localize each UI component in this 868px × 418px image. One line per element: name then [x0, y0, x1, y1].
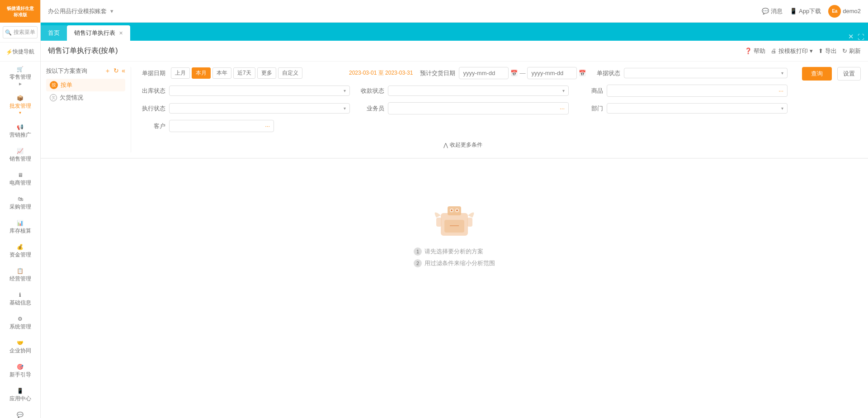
- filter-row-1: 单据日期 上月 本月 本年 近7天 更多 自定义 2023-03-0: [138, 67, 788, 79]
- tab-close-icon[interactable]: ✕: [119, 30, 123, 36]
- filter-right-area: 单据日期 上月 本月 本年 近7天 更多 自定义 2023-03-0: [131, 67, 795, 152]
- tab-sales-exec[interactable]: 销售订单执行表 ✕: [67, 25, 130, 41]
- sidebar-item-operations[interactable]: 📋 经营管理: [0, 263, 40, 287]
- date-btn-last-month[interactable]: 上月: [171, 67, 190, 79]
- exec-select[interactable]: ▾: [169, 103, 350, 114]
- purchase-mgmt-icon: 🛍: [18, 196, 23, 202]
- operations-label: 经营管理: [9, 275, 31, 283]
- print-label: 按模板打印: [778, 47, 808, 55]
- filter-action-btns: 查询 设置: [795, 67, 868, 152]
- topbar-path-label: 办公用品行业模拟账套: [48, 7, 107, 15]
- status-select[interactable]: ▾: [624, 68, 788, 78]
- delivery-select[interactable]: ▾: [169, 86, 350, 96]
- date-btn-more[interactable]: 更多: [257, 67, 276, 79]
- retail-mgmt-icon: 🛒: [17, 66, 24, 72]
- sidebar-item-inventory[interactable]: 📊 库存核算: [0, 215, 40, 239]
- page-title: 销售订单执行表(按单): [48, 46, 118, 56]
- dept-select[interactable]: ▾: [607, 103, 788, 114]
- sales-mgmt-icon: 📈: [17, 148, 24, 154]
- retail-mgmt-label: 零售管理: [9, 73, 31, 81]
- filter-refresh-button[interactable]: ↻: [113, 67, 119, 75]
- newcomer-icon: 🎯: [17, 364, 24, 370]
- sidebar-item-sales-mgmt[interactable]: 📈 销售管理: [0, 143, 40, 167]
- tab-close-all-button[interactable]: ✕: [848, 33, 854, 41]
- date-btn-this-year[interactable]: 本年: [212, 67, 231, 79]
- filter-group-exec: 执行状态 ▾: [138, 103, 350, 114]
- status-select-arrow: ▾: [781, 71, 783, 76]
- logo-version: 标准版: [14, 12, 27, 18]
- sidebar-item-wholesale-mgmt[interactable]: 📦 批发管理 ▼: [0, 90, 40, 119]
- sidebar-item-purchase-mgmt[interactable]: 🛍 采购管理: [0, 191, 40, 215]
- tab-fullscreen-button[interactable]: ⛶: [858, 33, 864, 41]
- empty-tips: 1 请先选择要分析的方案 2 用过滤条件来缩小分析范围: [414, 247, 495, 267]
- tab-home[interactable]: 首页: [41, 25, 67, 41]
- nav-tabs-bar: 首页 销售订单执行表 ✕ ✕ ⛶: [41, 23, 868, 41]
- refresh-button[interactable]: ↻ 刷新: [842, 47, 861, 55]
- sidebar-item-marketing[interactable]: 📢 营销推广: [0, 119, 40, 143]
- enterprise-icon: 🤝: [17, 340, 24, 346]
- sidebar-item-enterprise[interactable]: 🤝 企业协同: [0, 335, 40, 359]
- filter-item-by-order[interactable]: 按 按单: [46, 79, 125, 91]
- date-btn-last-7-days[interactable]: 近7天: [233, 67, 255, 79]
- print-icon: 🖨: [771, 48, 777, 54]
- basic-info-icon: ℹ: [19, 292, 21, 298]
- help-icon: ❓: [745, 48, 752, 54]
- page-actions: ❓ 帮助 🖨 按模板打印 ▾ ⬆ 导出 ↻ 刷新: [745, 47, 861, 55]
- sidebar-item-finance[interactable]: 💰 资金管理: [0, 239, 40, 263]
- newcomer-label: 新手引导: [9, 371, 31, 379]
- sidebar-item-newcomer[interactable]: 🎯 新手引导: [0, 359, 40, 383]
- filter-collapse-button[interactable]: «: [122, 67, 125, 75]
- print-button[interactable]: 🖨 按模板打印 ▾: [771, 47, 813, 55]
- app-download-button[interactable]: 📱 App下载: [790, 7, 821, 15]
- message-button[interactable]: 💬 消息: [762, 7, 783, 15]
- export-button[interactable]: ⬆ 导出: [818, 47, 837, 55]
- salesperson-select[interactable]: ···: [388, 102, 569, 114]
- user-profile[interactable]: Ea demo2: [828, 5, 861, 18]
- sidebar-item-ecom-mgmt[interactable]: 🖥 电商管理: [0, 167, 40, 191]
- sidebar-item-sys-mgmt[interactable]: ⚙ 系统管理: [0, 311, 40, 335]
- marketing-icon: 📢: [17, 124, 24, 130]
- by-order-label: 按单: [61, 81, 72, 89]
- sidebar-item-quick-nav[interactable]: ⚡ 快捷导航: [0, 45, 40, 58]
- filter-item-receivable[interactable]: 欠 欠货情况: [46, 91, 125, 104]
- help-button[interactable]: ❓ 帮助: [745, 47, 765, 55]
- user-avatar: Ea: [828, 5, 841, 18]
- date-btn-custom[interactable]: 自定义: [278, 67, 302, 79]
- topbar-dropdown-icon[interactable]: ▾: [110, 8, 113, 14]
- wholesale-mgmt-arrow: ▼: [19, 111, 22, 115]
- salesperson-select-dots[interactable]: ···: [560, 105, 565, 112]
- quick-nav-icon: ⚡: [6, 49, 13, 55]
- inventory-icon: 📊: [17, 220, 24, 226]
- search-icon: 🔍: [5, 29, 12, 36]
- expected-date-start-input[interactable]: [459, 67, 509, 79]
- goods-select[interactable]: ···: [607, 85, 788, 97]
- goods-select-dots[interactable]: ···: [778, 87, 783, 94]
- sidebar-item-enterprise-wx[interactable]: 💬 企业微信: [0, 407, 40, 418]
- logo-name: 畅捷通好生意: [7, 5, 34, 11]
- search-menu-label: 搜索菜单: [14, 28, 35, 36]
- page: 销售订单执行表(按单) ❓ 帮助 🖨 按模板打印 ▾ ⬆ 导出: [41, 41, 868, 418]
- search-menu-button[interactable]: 🔍 搜索菜单: [3, 26, 38, 38]
- sidebar-item-basic-info[interactable]: ℹ 基础信息: [0, 287, 40, 311]
- svg-rect-9: [467, 218, 472, 227]
- collapse-bar[interactable]: ⋀ 收起更多条件: [138, 138, 788, 152]
- expected-date-end-input[interactable]: [527, 67, 577, 79]
- empty-illustration: [427, 195, 481, 240]
- sidebar-item-app-center[interactable]: 📱 应用中心: [0, 383, 40, 407]
- tip1-num: 1: [414, 247, 422, 256]
- status-label: 单据状态: [593, 69, 620, 77]
- enterprise-wx-icon: 💬: [17, 412, 24, 418]
- receivable-icon: 欠: [50, 94, 57, 101]
- customer-select-dots[interactable]: ···: [265, 123, 270, 129]
- sidebar-item-retail-mgmt[interactable]: 🛒 零售管理 ▶: [0, 62, 40, 90]
- user-name-label: demo2: [843, 8, 861, 14]
- query-button[interactable]: 查询: [802, 67, 832, 81]
- date-quick-btns: 上月 本月 本年 近7天 更多 自定义: [171, 67, 302, 79]
- customer-select[interactable]: ···: [169, 120, 274, 132]
- settings-button[interactable]: 设置: [837, 67, 861, 81]
- date-btn-this-month[interactable]: 本月: [192, 67, 211, 79]
- main-area: 办公用品行业模拟账套 ▾ 💬 消息 📱 App下载 Ea demo2 首页: [41, 0, 868, 418]
- payment-select[interactable]: ▾: [388, 86, 569, 96]
- quick-nav-label: 快捷导航: [13, 48, 34, 56]
- filter-add-button[interactable]: ＋: [104, 67, 111, 75]
